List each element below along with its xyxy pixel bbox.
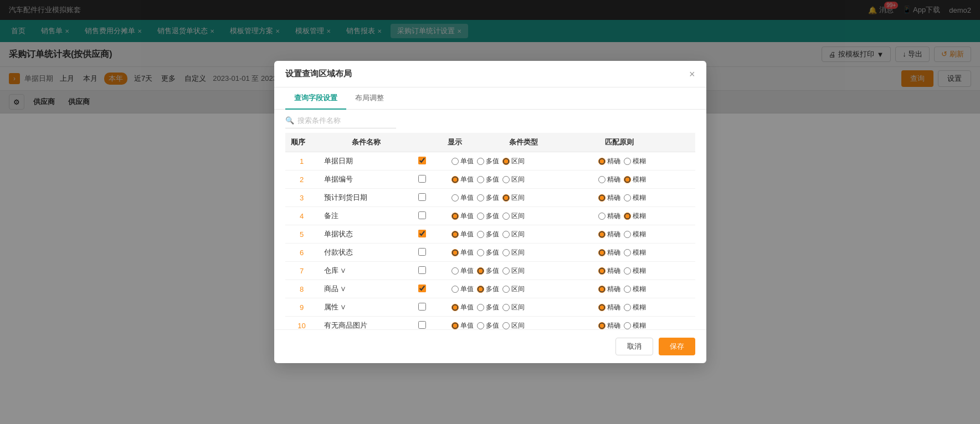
settings-dialog: 设置查询区域布局 × 查询字段设置 布局调整 🔍 顺序 条件名称 显示 bbox=[274, 61, 706, 113]
dialog-search-area: 🔍 bbox=[274, 110, 706, 113]
dialog-tabs: 查询字段设置 布局调整 bbox=[274, 87, 706, 110]
tab-query-fields[interactable]: 查询字段设置 bbox=[285, 87, 346, 110]
dialog-close-button[interactable]: × bbox=[689, 69, 695, 79]
tab-layout[interactable]: 布局调整 bbox=[346, 87, 393, 110]
dialog-header: 设置查询区域布局 × bbox=[274, 61, 706, 87]
dialog-overlay: 设置查询区域布局 × 查询字段设置 布局调整 🔍 顺序 条件名称 显示 bbox=[0, 0, 980, 113]
dialog-title: 设置查询区域布局 bbox=[285, 69, 352, 79]
